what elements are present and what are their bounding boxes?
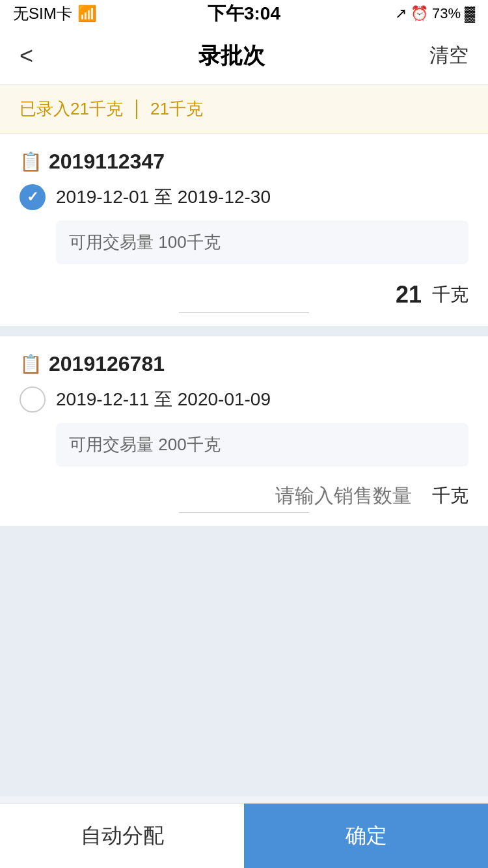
batch-amount-row-1: 21 千克 bbox=[20, 275, 468, 308]
carrier-text: 无SIM卡 bbox=[13, 3, 72, 24]
info-divider bbox=[136, 100, 137, 119]
amount-divider-1 bbox=[179, 312, 309, 313]
status-right: ↗ ⏰ 73% ▓ bbox=[395, 5, 475, 22]
battery-text: 73% bbox=[432, 5, 461, 22]
radio-button-1[interactable] bbox=[20, 184, 46, 210]
auto-distribute-button[interactable]: 自动分配 bbox=[0, 804, 244, 868]
wifi-icon: 📶 bbox=[77, 5, 97, 23]
back-button[interactable]: < bbox=[20, 42, 33, 70]
batch-date-2: 2019-12-11 至 2020-01-09 bbox=[56, 387, 271, 412]
batch-doc-icon-2: 📋 bbox=[20, 353, 42, 375]
batch-number-2: 2019126781 bbox=[49, 352, 165, 376]
batch-qty-text-1: 可用交易量 100千克 bbox=[69, 232, 221, 252]
bottom-area bbox=[0, 536, 488, 796]
confirm-label: 确定 bbox=[346, 822, 387, 850]
batch-qty-box-1: 可用交易量 100千克 bbox=[56, 221, 468, 264]
item-separator-1 bbox=[0, 326, 488, 336]
item-separator-2 bbox=[0, 526, 488, 536]
alarm-icon: ⏰ bbox=[411, 5, 428, 22]
batch-qty-box-2: 可用交易量 200千克 bbox=[56, 423, 468, 467]
total-amount: 21千克 bbox=[150, 98, 203, 120]
batch-amount-unit-1: 千克 bbox=[432, 282, 468, 307]
status-left: 无SIM卡 📶 bbox=[13, 3, 97, 24]
batch-amount-value-1: 21 bbox=[396, 281, 422, 308]
batch-item-2: 📋 2019126781 2019-12-11 至 2020-01-09 可用交… bbox=[0, 336, 488, 526]
batch-qty-text-2: 可用交易量 200千克 bbox=[69, 435, 221, 454]
status-bar: 无SIM卡 📶 下午3:04 ↗ ⏰ 73% ▓ bbox=[0, 0, 488, 27]
status-time: 下午3:04 bbox=[208, 1, 280, 26]
batch-date-row-2: 2019-12-11 至 2020-01-09 bbox=[20, 387, 468, 413]
footer: 自动分配 确定 bbox=[0, 803, 488, 868]
qty-input-2[interactable] bbox=[239, 485, 422, 507]
radio-button-2[interactable] bbox=[20, 387, 46, 413]
nav-bar: < 录批次 清空 bbox=[0, 27, 488, 85]
batch-number-1: 2019112347 bbox=[49, 150, 165, 174]
batch-date-row-1: 2019-12-01 至 2019-12-30 bbox=[20, 184, 468, 210]
recorded-amount: 已录入21千克 bbox=[20, 98, 123, 120]
input-row-2: 千克 bbox=[20, 477, 468, 508]
batch-doc-icon-1: 📋 bbox=[20, 151, 42, 172]
info-banner: 已录入21千克 21千克 bbox=[0, 85, 488, 134]
clear-button[interactable]: 清空 bbox=[429, 42, 468, 69]
batch-header-2: 📋 2019126781 bbox=[20, 352, 468, 376]
location-icon: ↗ bbox=[395, 5, 407, 22]
confirm-button[interactable]: 确定 bbox=[244, 804, 488, 868]
battery-icon: ▓ bbox=[465, 5, 475, 22]
batch-header-1: 📋 2019112347 bbox=[20, 150, 468, 174]
batch-item-1: 📋 2019112347 2019-12-01 至 2019-12-30 可用交… bbox=[0, 134, 488, 326]
amount-divider-2 bbox=[179, 512, 309, 513]
auto-distribute-label: 自动分配 bbox=[81, 822, 164, 850]
page-title: 录批次 bbox=[198, 41, 265, 71]
input-unit-2: 千克 bbox=[432, 483, 468, 508]
batch-date-1: 2019-12-01 至 2019-12-30 bbox=[56, 185, 271, 210]
